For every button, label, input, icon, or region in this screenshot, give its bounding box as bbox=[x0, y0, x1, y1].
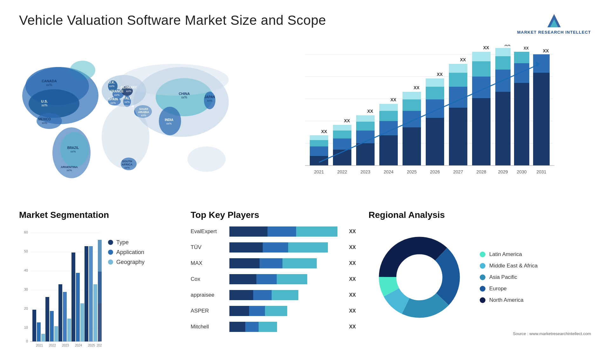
player-bar-container bbox=[229, 274, 343, 284]
svg-text:XX: XX bbox=[483, 45, 489, 50]
svg-text:2030: 2030 bbox=[517, 169, 526, 174]
legend-application-label: Application bbox=[116, 249, 144, 256]
player-bar-dark bbox=[229, 242, 263, 253]
svg-text:xx%: xx% bbox=[166, 122, 172, 125]
player-bar-container bbox=[229, 290, 343, 300]
svg-point-6 bbox=[29, 89, 79, 118]
player-name: TÜV bbox=[191, 244, 226, 251]
player-bar-dark bbox=[229, 290, 253, 300]
svg-rect-111 bbox=[495, 92, 511, 165]
svg-rect-152 bbox=[63, 292, 67, 341]
svg-text:2024: 2024 bbox=[383, 169, 393, 174]
player-bar-dark bbox=[229, 258, 260, 268]
svg-rect-122 bbox=[533, 73, 550, 165]
legend-type-label: Type bbox=[116, 239, 129, 246]
world-map-container: CANADA xx% U.S. xx% MEXICO xx% BRAZIL xx… bbox=[19, 45, 241, 191]
svg-text:0: 0 bbox=[26, 339, 28, 343]
player-value: XX bbox=[349, 308, 356, 314]
page: Vehicle Valuation Software Market Size a… bbox=[0, 0, 610, 364]
svg-rect-147 bbox=[45, 297, 49, 341]
player-row: ASPER XX bbox=[191, 306, 356, 316]
svg-rect-148 bbox=[50, 311, 54, 341]
svg-text:40: 40 bbox=[24, 268, 28, 272]
svg-text:xx%: xx% bbox=[114, 93, 119, 97]
player-bar-container bbox=[229, 226, 343, 237]
player-bar-dark bbox=[229, 322, 245, 332]
svg-text:xx%: xx% bbox=[42, 104, 48, 107]
svg-text:JAPAN: JAPAN bbox=[204, 95, 215, 99]
svg-rect-161 bbox=[93, 284, 97, 341]
player-bar-mid bbox=[256, 274, 277, 284]
legend-type-dot bbox=[108, 240, 113, 245]
svg-text:xx%: xx% bbox=[110, 101, 116, 104]
player-value: XX bbox=[349, 245, 356, 250]
player-bar-dark bbox=[229, 274, 256, 284]
donut-chart-svg bbox=[369, 226, 470, 328]
svg-text:2029: 2029 bbox=[498, 169, 508, 174]
svg-rect-81 bbox=[379, 135, 398, 165]
header: Vehicle Valuation Software Market Size a… bbox=[19, 13, 591, 35]
player-bar-mid bbox=[263, 242, 288, 253]
svg-text:50: 50 bbox=[24, 249, 28, 253]
legend-type: Type bbox=[108, 239, 145, 246]
svg-text:MEXICO: MEXICO bbox=[38, 118, 51, 121]
svg-point-23 bbox=[121, 64, 229, 96]
svg-rect-156 bbox=[76, 273, 80, 341]
svg-text:2023: 2023 bbox=[62, 344, 69, 347]
player-value: XX bbox=[349, 260, 356, 266]
svg-rect-87 bbox=[403, 127, 421, 165]
player-bar-dark bbox=[229, 226, 268, 237]
segmentation-legend: Type Application Geography bbox=[108, 239, 145, 266]
svg-text:xx%: xx% bbox=[46, 83, 52, 87]
player-row: Mitchell XX bbox=[191, 322, 356, 332]
svg-text:2025: 2025 bbox=[88, 344, 95, 347]
legend-middle-east-africa-label: Middle East & Africa bbox=[489, 263, 538, 269]
svg-point-172 bbox=[398, 256, 441, 299]
player-bar-container bbox=[229, 258, 343, 268]
legend-europe: Europe bbox=[480, 286, 538, 292]
svg-text:XX: XX bbox=[321, 129, 327, 134]
svg-rect-95 bbox=[426, 87, 444, 99]
player-row: MAX XX bbox=[191, 258, 356, 268]
player-row: Cox XX bbox=[191, 274, 356, 284]
svg-rect-143 bbox=[32, 310, 36, 341]
legend-north-america-label: North America bbox=[489, 297, 524, 303]
player-name: EvalExpert bbox=[191, 228, 226, 235]
legend-application: Application bbox=[108, 249, 145, 256]
svg-rect-94 bbox=[426, 99, 444, 118]
legend-application-dot bbox=[108, 250, 113, 255]
svg-text:xx%: xx% bbox=[109, 84, 114, 88]
svg-text:XX: XX bbox=[437, 72, 443, 77]
player-row: appraisee XX bbox=[191, 290, 356, 300]
svg-rect-108 bbox=[472, 52, 491, 61]
player-bar-light bbox=[265, 306, 287, 316]
svg-text:2021: 2021 bbox=[36, 344, 43, 347]
svg-text:CHINA: CHINA bbox=[179, 92, 190, 96]
player-value: XX bbox=[349, 324, 356, 330]
svg-rect-93 bbox=[426, 118, 444, 165]
player-bar-container bbox=[229, 242, 343, 253]
svg-rect-165 bbox=[98, 240, 102, 272]
regional-title: Regional Analysis bbox=[369, 210, 591, 220]
bar-chart-section: 2021 XX 2022 XX 2023 XX bbox=[254, 45, 591, 197]
player-value: XX bbox=[349, 292, 356, 298]
player-bar-dark bbox=[229, 306, 249, 316]
svg-text:GERMANY: GERMANY bbox=[120, 86, 137, 89]
svg-text:INDIA: INDIA bbox=[165, 118, 173, 122]
bottom-section: Market Segmentation 60 50 40 30 20 10 0 bbox=[19, 210, 591, 364]
svg-rect-70 bbox=[333, 138, 351, 150]
svg-rect-99 bbox=[449, 108, 467, 165]
svg-text:U.S.: U.S. bbox=[41, 99, 48, 103]
svg-text:XX: XX bbox=[460, 57, 466, 62]
player-bar-mid bbox=[268, 226, 296, 237]
svg-rect-88 bbox=[403, 111, 421, 127]
svg-rect-84 bbox=[379, 104, 398, 111]
segmentation-chart-svg: 60 50 40 30 20 10 0 bbox=[19, 226, 102, 347]
legend-latin-america: Latin America bbox=[480, 251, 538, 258]
svg-rect-66 bbox=[310, 135, 328, 140]
legend-geography: Geography bbox=[108, 259, 145, 266]
player-value: XX bbox=[349, 276, 356, 282]
svg-text:ITALY: ITALY bbox=[123, 97, 132, 100]
svg-text:60: 60 bbox=[24, 230, 28, 234]
map-section: CANADA xx% U.S. xx% MEXICO xx% BRAZIL xx… bbox=[19, 45, 241, 197]
